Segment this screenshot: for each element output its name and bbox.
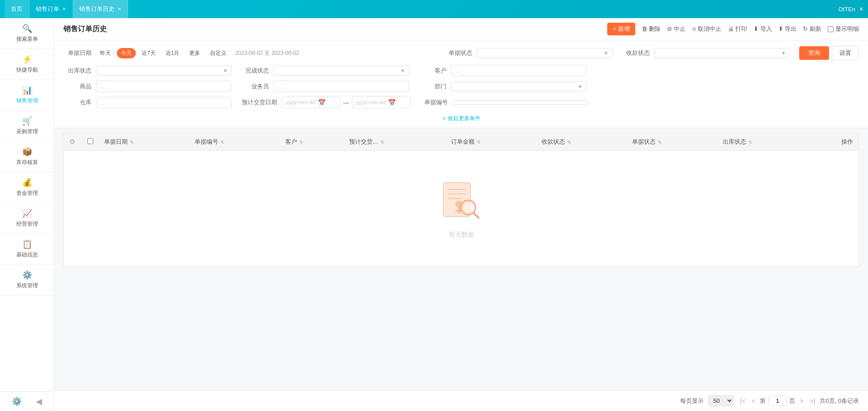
th-bill-status[interactable]: 单据状态 ⇅ xyxy=(627,133,717,151)
th-date-sort: ⇅ xyxy=(130,140,134,145)
export-button[interactable]: ⬆ 导出 xyxy=(778,25,797,33)
th-amount-label: 订单金额 xyxy=(451,138,475,145)
sidebar-collapse-icon[interactable]: ◀ xyxy=(36,396,42,406)
status-select[interactable]: ▼ xyxy=(477,48,613,58)
pagination-bar: 每页显示 10 20 50 100 |< < 第 1 页 > >| 共0页, 0… xyxy=(54,390,868,411)
date-btn-today[interactable]: 今天 xyxy=(117,48,136,58)
sidebar-item-search-menu[interactable]: 🔍 搜索菜单 xyxy=(0,18,54,49)
th-customer-label: 客户 xyxy=(285,138,297,145)
expected-delivery-end[interactable]: yyyy-mm-dd 📅 xyxy=(352,97,411,108)
sidebar-item-inventory[interactable]: 📦 库存核算 xyxy=(0,141,54,172)
finance-icon: 💰 xyxy=(22,178,32,188)
filter-row-4: 仓库 ... 预计交货日期 yyyy-mm-dd 📅 — yyyy-mm-dd … xyxy=(63,97,859,108)
top-bar-right: OfTEn ✕ xyxy=(838,6,863,13)
out-stock-label: 出库状态 xyxy=(63,67,96,75)
th-amount[interactable]: 订单金额 ⇅ xyxy=(446,133,536,151)
date-separator: — xyxy=(343,99,349,106)
display-detail-label[interactable]: 显示明细 xyxy=(828,25,859,33)
sidebar-item-sales-mgmt[interactable]: 📊 销售管理 xyxy=(0,80,54,111)
receipt-status-arrow-icon: ▼ xyxy=(781,50,786,56)
inventory-icon: 📦 xyxy=(22,147,32,157)
th-bill-status-label: 单据状态 xyxy=(632,138,656,145)
empty-illustration xyxy=(434,178,489,223)
customer-input[interactable]: ... xyxy=(451,65,587,76)
date-btn-more[interactable]: 更多 xyxy=(185,48,204,58)
cal-start-icon: 📅 xyxy=(318,99,326,106)
settings-button[interactable]: 设置 xyxy=(832,46,859,60)
th-date[interactable]: 单据日期 ⇅ xyxy=(99,133,189,151)
out-stock-arrow-icon: ▼ xyxy=(223,68,228,73)
th-customer[interactable]: 客户 ⇅ xyxy=(280,133,344,151)
page-number-input[interactable]: 1 xyxy=(768,396,786,406)
goods-input[interactable]: ... xyxy=(96,81,232,92)
sidebar-settings-icon[interactable]: ⚙️ xyxy=(12,396,22,406)
status-arrow-icon: ▼ xyxy=(604,50,609,56)
stop-button[interactable]: ⊘ 中止 xyxy=(667,25,686,33)
page-label: 第 xyxy=(760,397,766,405)
th-no[interactable]: 单据编号 ⇅ xyxy=(189,133,280,151)
complete-select[interactable]: ▼ xyxy=(273,66,409,76)
sidebar-item-sys-mgmt[interactable]: ⚙️ 系统管理 xyxy=(0,265,54,295)
print-button[interactable]: 🖨 打印 xyxy=(728,25,748,33)
salesperson-label: 业务员 xyxy=(241,82,273,91)
basic-info-icon: 📋 xyxy=(22,239,32,249)
tab-sales-order-history-close[interactable]: ✕ xyxy=(117,6,121,12)
date-btns: 昨天 今天 近7天 近1月 更多 自定义 xyxy=(96,48,230,58)
department-label: 部门 xyxy=(418,82,451,91)
th-expected-label: 预计交货... xyxy=(349,138,378,145)
page-size-label: 每页显示 xyxy=(680,397,704,405)
cancel-stop-button[interactable]: ⊙ 取消中止 xyxy=(692,25,722,33)
th-expected-sort: ⇅ xyxy=(380,140,384,145)
page-title: 销售订单历史 xyxy=(63,24,107,34)
salesperson-input[interactable]: ... xyxy=(273,81,409,92)
date-btn-7days[interactable]: 近7天 xyxy=(138,48,160,58)
expected-delivery-start[interactable]: yyyy-mm-dd 📅 xyxy=(282,97,340,108)
operations-icon: 📈 xyxy=(22,208,32,218)
sidebar-item-finance-label: 资金管理 xyxy=(16,189,38,197)
order-no-input[interactable] xyxy=(452,100,588,105)
tab-sales-order-close[interactable]: ✕ xyxy=(62,6,66,12)
receipt-status-select[interactable]: ▼ xyxy=(654,48,790,58)
sidebar-item-basic-info[interactable]: 📋 基础信息 xyxy=(0,234,54,265)
select-all-checkbox[interactable] xyxy=(87,138,93,144)
display-detail-checkbox[interactable] xyxy=(828,26,834,32)
date-btn-yesterday[interactable]: 昨天 xyxy=(96,48,115,58)
th-out-stock[interactable]: 出库状态 ⇅ xyxy=(717,133,808,151)
refresh-button[interactable]: ↻ 刷新 xyxy=(803,25,821,33)
last-page-button[interactable]: >| xyxy=(808,396,817,406)
th-receipt-status[interactable]: 收款状态 ⇅ xyxy=(536,133,627,151)
tab-sales-order-label: 销售订单 xyxy=(36,5,59,13)
delete-button[interactable]: 🗑 删除 xyxy=(642,25,661,33)
date-btn-1month[interactable]: 近1月 xyxy=(162,48,184,58)
date-btn-custom[interactable]: 自定义 xyxy=(206,48,230,58)
out-stock-select[interactable]: ▼ xyxy=(96,66,232,76)
th-settings: ⚙ xyxy=(64,133,82,151)
tab-sales-order-history[interactable]: 销售订单历史 ✕ xyxy=(73,0,128,18)
table-settings-icon[interactable]: ⚙ xyxy=(69,138,75,145)
tab-home[interactable]: 首页 xyxy=(5,0,29,18)
next-page-button[interactable]: > xyxy=(798,396,805,406)
page-size-select[interactable]: 10 20 50 100 xyxy=(708,395,734,406)
top-bar: 首页 销售订单 ✕ 销售订单历史 ✕ OfTEn ✕ xyxy=(0,0,868,18)
sidebar-item-operations[interactable]: 📈 经营管理 xyxy=(0,203,54,234)
department-select[interactable]: ▼ xyxy=(451,82,587,92)
tab-sales-order[interactable]: 销售订单 ✕ xyxy=(29,0,73,18)
prev-page-button[interactable]: < xyxy=(750,396,757,406)
th-receipt-status-label: 收款状态 xyxy=(542,138,565,145)
warehouse-dots: ... xyxy=(100,99,105,106)
first-page-button[interactable]: |< xyxy=(738,396,747,406)
sidebar-item-quick-nav[interactable]: ⚡ 快捷导航 xyxy=(0,49,54,80)
import-button[interactable]: ⬇ 导入 xyxy=(753,25,772,33)
new-button[interactable]: + 新增 xyxy=(607,23,635,35)
sidebar-item-finance[interactable]: 💰 资金管理 xyxy=(0,172,54,203)
empty-state: 暂无数据 xyxy=(64,151,858,266)
collapse-bar[interactable]: ∧ 收起更多条件 xyxy=(63,113,859,122)
sidebar-item-sys-mgmt-label: 系统管理 xyxy=(16,282,38,290)
sales-mgmt-icon: 📊 xyxy=(22,85,32,95)
sidebar-item-purchase-mgmt[interactable]: 🛒 采购管理 xyxy=(0,111,54,141)
top-bar-close-icon[interactable]: ✕ xyxy=(859,6,863,12)
th-expected[interactable]: 预计交货... ⇅ xyxy=(344,133,445,151)
query-button[interactable]: 查询 xyxy=(799,46,829,60)
warehouse-input[interactable]: ... xyxy=(96,97,232,108)
purchase-mgmt-icon: 🛒 xyxy=(22,116,32,126)
